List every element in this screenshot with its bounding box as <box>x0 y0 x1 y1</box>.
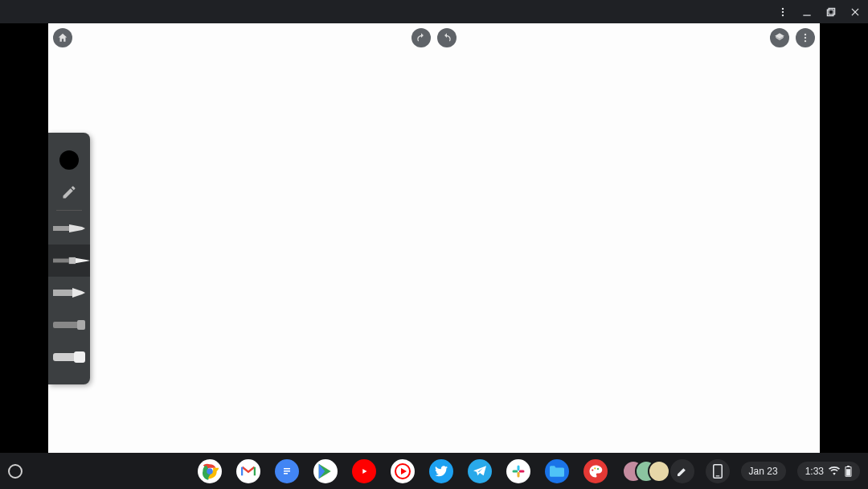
svg-rect-29 <box>284 471 290 472</box>
svg-rect-50 <box>846 469 850 475</box>
window-minimize-button[interactable] <box>800 6 813 18</box>
svg-point-43 <box>592 469 593 471</box>
time-label: 1:33 <box>805 466 824 477</box>
eraser-icon <box>53 351 85 363</box>
svg-rect-3 <box>803 14 810 15</box>
shelf-pinned-apps <box>198 459 670 483</box>
window-restore-button[interactable] <box>825 6 837 18</box>
chromeos-shelf: Jan 23 1:33 <box>0 453 868 489</box>
app-gmail[interactable] <box>236 459 260 483</box>
app-twitter[interactable] <box>429 459 453 483</box>
battery-icon <box>845 466 852 477</box>
shelf-status-area: Jan 23 1:33 <box>670 459 860 483</box>
svg-point-2 <box>782 14 784 15</box>
pen-nib-icon <box>53 222 85 235</box>
svg-rect-13 <box>53 259 69 263</box>
app-youtube-music[interactable] <box>391 459 415 483</box>
svg-rect-4 <box>829 8 835 14</box>
shelf-date[interactable]: Jan 23 <box>741 462 786 481</box>
stylus-icon <box>676 465 689 478</box>
drawing-canvas-app <box>48 23 820 453</box>
marker-icon <box>53 286 85 299</box>
svg-point-1 <box>782 10 784 12</box>
launcher-button[interactable] <box>8 464 23 479</box>
current-color-swatch <box>59 150 79 170</box>
svg-point-45 <box>597 467 599 469</box>
app-youtube[interactable] <box>352 459 376 483</box>
youtube-icon <box>358 466 370 477</box>
svg-rect-49 <box>847 466 850 466</box>
pencil-icon <box>61 184 77 200</box>
app-docs[interactable] <box>275 459 299 483</box>
svg-rect-21 <box>74 351 85 363</box>
drawing-canvas[interactable] <box>48 23 820 453</box>
date-label: Jan 23 <box>749 466 778 477</box>
svg-rect-42 <box>519 470 525 472</box>
gmail-icon <box>241 466 256 477</box>
shelf-status-tray[interactable]: 1:33 <box>797 462 860 481</box>
svg-rect-5 <box>827 10 833 16</box>
app-telegram[interactable] <box>468 459 492 483</box>
tool-eraser[interactable] <box>48 341 90 373</box>
app-group[interactable] <box>622 460 670 483</box>
play-store-icon <box>317 462 334 480</box>
tool-pencil[interactable] <box>48 176 90 208</box>
palette-icon <box>588 464 603 479</box>
stylus-tools-button[interactable] <box>670 459 694 483</box>
svg-marker-12 <box>69 224 85 232</box>
tool-pen-nib[interactable] <box>48 212 90 244</box>
svg-rect-40 <box>513 470 518 472</box>
svg-rect-39 <box>518 465 520 471</box>
app-slack[interactable] <box>506 459 530 483</box>
youtube-music-icon <box>392 461 413 482</box>
app-play-store[interactable] <box>313 459 338 483</box>
tool-brush[interactable] <box>48 244 90 277</box>
svg-marker-15 <box>76 258 90 264</box>
chrome-icon <box>199 461 220 482</box>
slack-icon <box>511 464 526 479</box>
tool-palette <box>48 133 90 384</box>
svg-rect-16 <box>53 290 72 296</box>
svg-rect-47 <box>715 475 719 476</box>
svg-marker-35 <box>362 469 366 474</box>
app-canvas[interactable] <box>583 459 608 483</box>
svg-rect-28 <box>284 468 290 470</box>
files-icon <box>550 466 564 477</box>
svg-rect-19 <box>77 320 85 330</box>
color-picker-button[interactable] <box>48 144 90 176</box>
svg-point-0 <box>782 7 784 9</box>
tool-charcoal[interactable] <box>48 309 90 341</box>
app-chrome[interactable] <box>198 459 222 483</box>
svg-rect-41 <box>518 471 520 477</box>
svg-rect-11 <box>53 226 69 231</box>
docs-icon <box>281 464 293 479</box>
svg-rect-14 <box>69 257 76 264</box>
phone-icon <box>712 464 723 479</box>
svg-rect-25 <box>241 466 243 475</box>
telegram-icon <box>473 466 486 477</box>
wifi-icon <box>829 466 840 475</box>
charcoal-icon <box>53 320 85 330</box>
svg-marker-17 <box>72 288 85 298</box>
window-title-bar <box>0 0 868 23</box>
window-close-button[interactable] <box>849 6 862 18</box>
phone-hub-button[interactable] <box>706 459 730 483</box>
svg-rect-26 <box>254 466 256 475</box>
window-menu-button[interactable] <box>776 6 789 18</box>
svg-rect-30 <box>284 473 288 475</box>
twitter-icon <box>435 466 448 477</box>
app-files[interactable] <box>545 459 569 483</box>
tool-divider <box>56 210 82 211</box>
svg-point-44 <box>594 467 596 469</box>
brush-icon <box>53 254 90 267</box>
tool-marker[interactable] <box>48 277 90 309</box>
